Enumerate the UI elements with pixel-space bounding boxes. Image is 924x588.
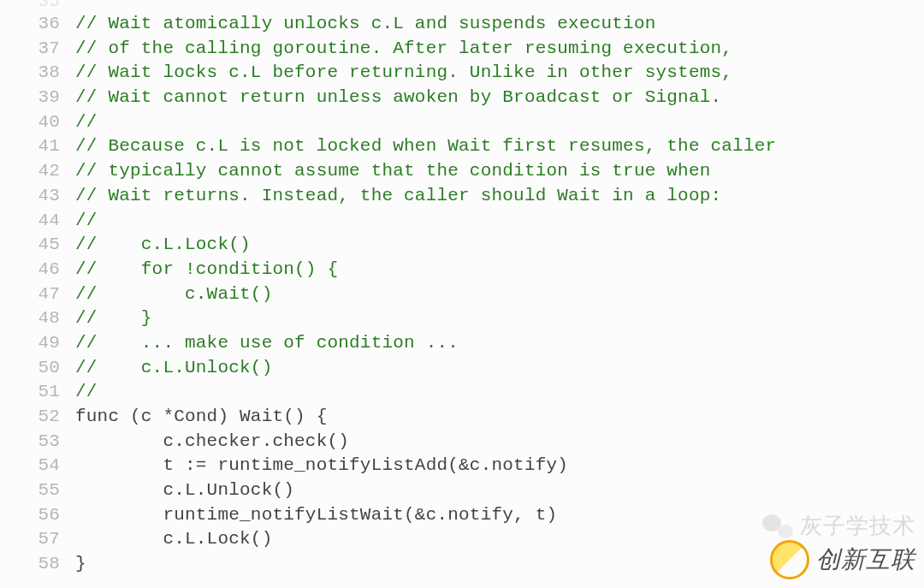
code-text: // }: [75, 306, 152, 331]
line-number: 49: [0, 331, 75, 356]
code-text: // c.Wait(): [75, 282, 272, 307]
code-span: //: [75, 211, 98, 230]
code-text: // Wait cannot return unless awoken by B…: [75, 86, 721, 110]
line-number: 54: [0, 454, 75, 478]
line-number: 58: [0, 552, 75, 577]
code-text: // ... make use of condition ...: [75, 331, 459, 356]
code-line: 39// Wait cannot return unless awoken by…: [0, 86, 924, 110]
code-text: // typically cannot assume that the cond…: [75, 159, 711, 184]
code-line: 50// c.L.Unlock(): [0, 356, 924, 381]
line-number: 41: [0, 134, 75, 159]
code-span: c.L.Lock(): [75, 529, 272, 549]
code-text: // Wait locks c.L before returning. Unli…: [75, 61, 732, 86]
code-text: // c.L.Lock(): [75, 233, 251, 258]
code-text: // c.L.Unlock(): [75, 356, 272, 381]
watermark-brand-text: 创新互联: [816, 543, 915, 576]
code-span: func (c *Cond) Wait() {: [75, 407, 327, 426]
code-span: // typically cannot assume that the cond…: [75, 161, 711, 181]
line-number: 45: [0, 233, 75, 258]
code-span: // Wait cannot return unless awoken by B…: [75, 87, 721, 107]
code-text: c.L.Lock(): [75, 527, 272, 552]
line-number: 43: [0, 184, 75, 209]
watermark-brand: 创新互联: [770, 540, 915, 579]
line-number: 52: [0, 405, 75, 430]
watermark-wechat: 灰子学技术: [762, 511, 915, 541]
line-number: 38: [0, 61, 75, 86]
code-line: 48// }: [0, 306, 924, 331]
line-number: 51: [0, 380, 75, 405]
code-line: 35: [0, 2, 924, 12]
code-span: // of the calling goroutine. After later…: [75, 39, 732, 58]
line-number: 40: [0, 110, 75, 135]
code-line: 37// of the calling goroutine. After lat…: [0, 37, 924, 62]
code-line: 54 t := runtime_notifyListAdd(&c.notify): [0, 454, 924, 478]
code-line: 41// Because c.L is not locked when Wait…: [0, 134, 924, 159]
code-text: runtime_notifyListWait(&c.notify, t): [75, 503, 557, 528]
line-number: 56: [0, 503, 75, 528]
code-span: // c.L.Unlock(): [75, 358, 272, 377]
code-span: // c.Wait(): [75, 284, 272, 304]
code-line: 42// typically cannot assume that the co…: [0, 159, 924, 184]
code-span: // Wait locks c.L before returning. Unli…: [75, 62, 732, 82]
code-span: t := runtime_notifyListAdd(&c.notify): [75, 455, 568, 475]
code-span: //: [75, 112, 98, 132]
code-text: //: [75, 209, 98, 234]
line-number: 55: [0, 478, 75, 503]
code-text: }: [75, 552, 86, 577]
code-line: 45// c.L.Lock(): [0, 233, 924, 258]
code-text: //: [75, 110, 98, 135]
brand-logo-icon: [770, 540, 809, 579]
code-line: 36// Wait atomically unlocks c.L and sus…: [0, 12, 924, 37]
code-text: t := runtime_notifyListAdd(&c.notify): [75, 454, 568, 478]
code-line: 55 c.L.Unlock(): [0, 478, 924, 503]
watermark-wechat-text: 灰子学技术: [800, 511, 915, 541]
code-text: c.checker.check(): [75, 430, 349, 454]
code-line: 51//: [0, 380, 924, 405]
code-text: // for !condition() {: [75, 258, 338, 282]
code-text: // Because c.L is not locked when Wait f…: [75, 134, 776, 159]
line-number: 46: [0, 258, 75, 282]
code-span: runtime_notifyListWait(&c.notify, t): [75, 505, 557, 525]
line-number: 39: [0, 86, 75, 110]
code-span: c.L.Unlock(): [75, 480, 294, 500]
code-span: }: [75, 554, 86, 573]
code-span: //: [75, 382, 98, 401]
code-text: // Wait atomically unlocks c.L and suspe…: [75, 12, 656, 37]
code-span: c.checker.check(): [75, 431, 349, 451]
code-line: 47// c.Wait(): [0, 282, 924, 307]
wechat-icon: [762, 513, 793, 540]
code-line: 49// ... make use of condition ...: [0, 331, 924, 356]
line-number: 36: [0, 12, 75, 37]
code-span: // Because c.L is not locked when Wait f…: [75, 136, 776, 156]
line-number: 42: [0, 159, 75, 184]
line-number: 50: [0, 356, 75, 381]
code-text: //: [75, 380, 98, 405]
line-number: 48: [0, 306, 75, 331]
code-editor: 3536// Wait atomically unlocks c.L and s…: [0, 0, 924, 577]
line-number: 53: [0, 430, 75, 454]
code-text: // of the calling goroutine. After later…: [75, 37, 732, 62]
code-line: 40//: [0, 110, 924, 135]
code-line: 38// Wait locks c.L before returning. Un…: [0, 61, 924, 86]
code-span: // Wait returns. Instead, the caller sho…: [75, 186, 721, 205]
code-span: // c.L.Lock(): [75, 235, 251, 254]
code-span: // Wait atomically unlocks c.L and suspe…: [75, 14, 656, 33]
code-span: // }: [75, 308, 152, 328]
code-text: // Wait returns. Instead, the caller sho…: [75, 184, 721, 209]
code-span: // ... make use of condition ...: [75, 333, 459, 353]
code-line: 52func (c *Cond) Wait() {: [0, 405, 924, 430]
code-line: 44//: [0, 209, 924, 234]
code-span: // for !condition() {: [75, 259, 338, 279]
line-number: 44: [0, 209, 75, 234]
code-text: func (c *Cond) Wait() {: [75, 405, 327, 430]
code-line: 53 c.checker.check(): [0, 430, 924, 454]
code-line: 46// for !condition() {: [0, 258, 924, 282]
line-number: 57: [0, 527, 75, 552]
code-line: 43// Wait returns. Instead, the caller s…: [0, 184, 924, 209]
line-number: 47: [0, 282, 75, 307]
line-number: 37: [0, 37, 75, 62]
code-text: c.L.Unlock(): [75, 478, 294, 503]
